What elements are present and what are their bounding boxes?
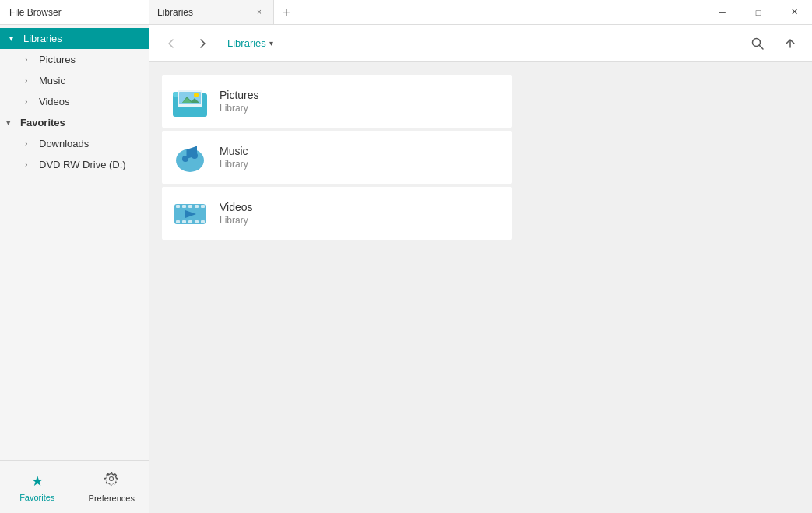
chevron-right-icon: › [25,97,34,106]
sidebar-footer: ★ Favorites Preferences [0,460,149,513]
favorites-footer-button[interactable]: ★ Favorites [0,461,75,513]
sidebar-nav: ▾ Libraries › Pictures › Music › Videos … [0,25,149,460]
sidebar-item-pictures[interactable]: › Pictures [0,49,149,70]
file-item-pictures[interactable]: Pictures Library [162,75,512,128]
window-controls: ─ □ ✕ [705,0,812,25]
chevron-right-icon: › [25,55,34,64]
forward-button[interactable] [190,31,215,56]
music-icon [171,139,209,176]
svg-rect-15 [176,205,180,208]
sidebar-item-dvdrw[interactable]: › DVD RW Drive (D:) [0,154,149,175]
sidebar-item-videos[interactable]: › Videos [0,91,149,112]
chevron-down-icon: ▾ [9,34,19,43]
svg-rect-21 [182,220,186,223]
music-type: Library [220,159,248,170]
nav-bar: Libraries ▾ [149,25,812,62]
sidebar-item-libraries[interactable]: ▾ Libraries [0,28,149,49]
sidebar-item-downloads[interactable]: › Downloads [0,133,149,154]
pictures-type: Library [220,103,259,114]
preferences-footer-label: Preferences [89,494,135,503]
sidebar-dvdrw-label: DVD RW Drive (D:) [39,159,126,170]
title-bar: File Browser Libraries × + ─ □ ✕ [0,0,812,25]
search-button[interactable] [743,31,772,56]
favorites-footer-label: Favorites [19,493,54,502]
sidebar-favorites-label: Favorites [20,117,65,128]
chevron-down-icon: ▾ [6,118,16,127]
music-name: Music [220,145,248,157]
svg-rect-24 [201,220,205,223]
svg-rect-22 [188,220,192,223]
sidebar-videos-label: Videos [39,96,70,107]
main-area: ▾ Libraries › Pictures › Music › Videos … [0,25,812,513]
close-button[interactable]: ✕ [776,0,812,25]
content-area: Libraries ▾ [149,25,812,513]
videos-icon [171,195,209,232]
preferences-footer-button[interactable]: Preferences [75,461,149,513]
svg-rect-19 [201,205,205,208]
pictures-icon [171,83,209,120]
pictures-name: Pictures [220,89,259,101]
pictures-info: Pictures Library [220,89,259,114]
sidebar-item-favorites[interactable]: ▾ Favorites [0,112,149,133]
breadcrumb-label: Libraries [227,37,266,49]
svg-point-8 [194,93,199,97]
back-button[interactable] [159,31,184,56]
svg-rect-16 [182,205,186,208]
videos-type: Library [220,215,253,226]
sidebar-libraries-label: Libraries [23,33,62,44]
videos-info: Videos Library [220,201,253,226]
svg-rect-20 [176,220,180,223]
chevron-right-icon: › [25,139,34,148]
breadcrumb[interactable]: Libraries ▾ [221,34,279,52]
svg-rect-17 [188,205,192,208]
svg-line-1 [760,45,764,49]
star-icon: ★ [31,473,44,490]
chevron-right-icon: › [25,160,34,169]
file-grid: Pictures Library [162,75,512,240]
minimize-button[interactable]: ─ [705,0,740,25]
file-item-music[interactable]: Music Library [162,131,512,184]
new-tab-button[interactable]: + [274,0,299,25]
maximize-button[interactable]: □ [740,0,776,25]
tab-bar: Libraries × + [149,0,705,24]
videos-name: Videos [220,201,253,213]
svg-rect-12 [187,149,188,160]
tab-label: Libraries [157,7,247,18]
file-list: Pictures Library [149,62,812,513]
music-info: Music Library [220,145,248,170]
gear-icon [104,471,119,490]
sidebar-pictures-label: Pictures [39,54,76,65]
app-title: File Browser [0,7,149,18]
svg-rect-23 [195,220,199,223]
up-button[interactable] [778,31,803,56]
sidebar-music-label: Music [39,75,65,86]
sidebar: ▾ Libraries › Pictures › Music › Videos … [0,25,149,513]
tab-libraries[interactable]: Libraries × [149,0,274,24]
breadcrumb-dropdown-icon: ▾ [269,39,273,47]
sidebar-item-music[interactable]: › Music [0,70,149,91]
svg-rect-13 [196,146,198,156]
sidebar-downloads-label: Downloads [39,138,89,149]
chevron-right-icon: › [25,76,34,85]
tab-close-button[interactable]: × [253,6,265,19]
file-item-videos[interactable]: Videos Library [162,187,512,240]
svg-rect-18 [195,205,199,208]
